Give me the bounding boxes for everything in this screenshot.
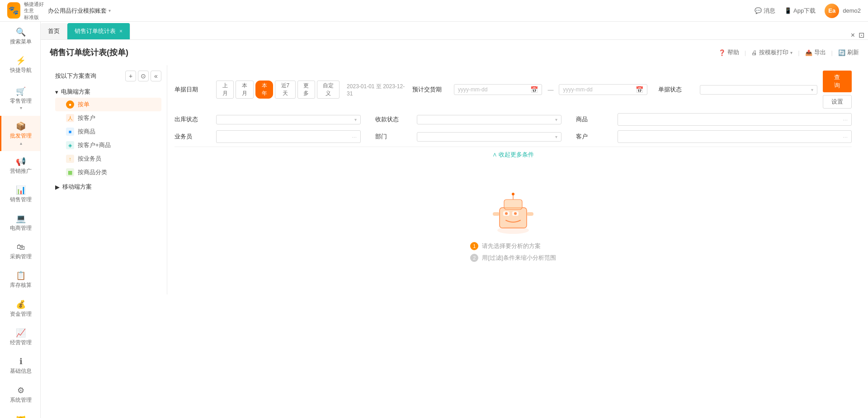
date-btn-this-year[interactable]: 本年 [255, 81, 273, 99]
staff-label: 业务员 [175, 133, 211, 141]
tree-child-category[interactable]: ▦ 按商品分类 [55, 166, 161, 179]
sidebar-item-purchase[interactable]: 🛍 采购管理 [0, 237, 40, 265]
calendar-start-icon: 📅 [527, 86, 542, 93]
expected-date-end-input[interactable]: 📅 [559, 84, 647, 95]
sidebar-item-wholesale[interactable]: 📦 批发管理 ▴ [0, 116, 40, 151]
sidebar-item-retail[interactable]: 🛒 零售管理 ▾ [0, 81, 40, 116]
query-button[interactable]: 查询 [823, 71, 852, 92]
lightning-icon: ⚡ [16, 56, 26, 66]
tab-close-button[interactable]: × [119, 28, 123, 34]
settings-button[interactable]: 设置 [823, 95, 852, 109]
basic-icon: ℹ [19, 356, 23, 366]
date-btn-7days[interactable]: 近7天 [275, 81, 295, 99]
sidebar-item-marketing[interactable]: 📢 营销推广 [0, 151, 40, 180]
tab-close-all-icon[interactable]: × [851, 31, 855, 39]
svg-point-5 [505, 212, 508, 215]
tree-child-product[interactable]: ■ 按商品 [55, 125, 161, 138]
svg-rect-9 [504, 200, 522, 209]
date-btn-more[interactable]: 更多 [297, 81, 315, 99]
status-select[interactable]: ▾ [700, 85, 817, 95]
refresh-button[interactable]: 🔄 刷新 [838, 48, 859, 57]
staff-input[interactable]: ··· [216, 130, 361, 143]
sidebar-item-ecommerce[interactable]: 💻 电商管理 [0, 208, 40, 237]
expected-date-end-field[interactable] [559, 85, 632, 95]
help-icon: ❓ [718, 49, 726, 56]
tree-child-customer[interactable]: 人 按客户 [55, 111, 161, 125]
tree-child-cust-prod[interactable]: ◈ 按客户+商品 [55, 138, 161, 152]
product-scheme-icon: ■ [66, 128, 74, 136]
content-split: 按以下方案查询 + ⊙ « ▾ 电脑端方案 [50, 65, 859, 294]
customer-input[interactable]: ··· [618, 130, 852, 143]
expected-date-start-input[interactable]: 📅 [454, 84, 542, 95]
empty-state: 1 请先选择要分析的方案 2 用[过滤]条件来缩小分析范围 [175, 162, 852, 289]
tip-num-1: 1 [470, 242, 478, 250]
date-btn-custom[interactable]: 自定义 [317, 81, 340, 99]
staff-scheme-icon: ↑ [66, 155, 74, 163]
collapse-bar[interactable]: ∧ 收起更多条件 [175, 147, 852, 162]
svg-rect-7 [493, 212, 500, 216]
sidebar-item-sales[interactable]: 📊 销售管理 [0, 180, 40, 208]
expected-date-label: 预计交货期 [412, 86, 448, 94]
tab-sales-order-stats[interactable]: 销售订单统计表 × [67, 23, 130, 39]
tree-desktop-section: ▾ 电脑端方案 ● 按单 人 按客户 [55, 86, 161, 179]
sidebar-item-management[interactable]: 📈 经营管理 [0, 323, 40, 351]
tree-desktop-parent[interactable]: ▾ 电脑端方案 [55, 86, 161, 98]
settings-scheme-button[interactable]: ⊙ [138, 71, 149, 81]
print-icon: 🖨 [751, 49, 757, 56]
page-title: 销售订单统计表(按单) [50, 47, 128, 58]
export-icon: 📤 [805, 49, 812, 56]
tab-actions: × ⊡ [847, 31, 868, 39]
user-area[interactable]: Ea demo2 [825, 4, 861, 18]
workspace-selector[interactable]: 办公用品行业模拟账套 ▾ [48, 7, 111, 15]
top-header: 🐾 畅捷通好生意 标准版 办公用品行业模拟账套 ▾ 💬 消息 📱 App下载 E… [0, 0, 868, 22]
customer-scheme-icon: 人 [66, 114, 74, 122]
customer-label: 客户 [576, 133, 612, 141]
date-range-text: 2023-01-01 至 2023-12-31 [347, 83, 407, 97]
sidebar-item-finance[interactable]: 💰 资金管理 [0, 294, 40, 323]
collapse-panel-button[interactable]: « [151, 71, 161, 81]
date-btn-last-month[interactable]: 上月 [216, 81, 234, 99]
filter-row-3: 业务员 ··· 部门 ▾ 客户 [175, 130, 852, 143]
query-btn-group: 查询 设置 [823, 71, 852, 109]
tree-chevron-icon: ▾ [55, 89, 58, 95]
print-button[interactable]: 🖨 按模板打印 ▾ [751, 48, 793, 57]
add-scheme-button[interactable]: + [125, 71, 136, 81]
empty-tip-2: 2 用[过滤]条件来缩小分析范围 [470, 254, 556, 262]
svg-rect-8 [527, 212, 533, 216]
tab-restore-icon[interactable]: ⊡ [859, 31, 864, 39]
empty-tips: 1 请先选择要分析的方案 2 用[过滤]条件来缩小分析范围 [470, 242, 556, 262]
help-button[interactable]: ❓ 帮助 [718, 48, 739, 57]
dept-select[interactable]: ▾ [417, 132, 561, 142]
tab-home[interactable]: 首页 [41, 23, 67, 39]
workspace-chevron-icon: ▾ [108, 8, 111, 13]
expand-icon: ▾ [20, 105, 22, 110]
date-btn-this-month[interactable]: 本月 [236, 81, 253, 99]
sidebar-item-inventory[interactable]: 📋 库存核算 [0, 265, 40, 294]
customer-ellipsis[interactable]: ··· [843, 133, 848, 140]
delivery-select[interactable]: ▾ [216, 115, 361, 124]
sidebar-item-search[interactable]: 🔍 搜索菜单 [0, 22, 40, 50]
sidebar-item-basic[interactable]: ℹ 基础信息 [0, 351, 40, 380]
content-area: 首页 销售订单统计表 × × ⊡ 销售订单统计表(按单) ❓ [41, 22, 868, 418]
message-button[interactable]: 💬 消息 [755, 7, 775, 15]
sidebar-item-quick-nav[interactable]: ⚡ 快捷导航 [0, 50, 40, 79]
system-icon: ⚙ [17, 385, 24, 395]
download-button[interactable]: 📱 App下载 [784, 7, 816, 15]
finance-icon: 💰 [16, 299, 26, 309]
right-panel: 单据日期 上月 本月 本年 近7天 更多 自定义 2023-01-01 至 20… [167, 65, 859, 294]
payment-select[interactable]: ▾ [417, 115, 561, 124]
staff-ellipsis[interactable]: ··· [352, 133, 357, 140]
sidebar-item-system[interactable]: ⚙ 系统管理 [0, 380, 40, 408]
export-button[interactable]: 📤 导出 [805, 48, 826, 57]
expected-date-start-field[interactable] [454, 85, 527, 95]
tree-child-staff[interactable]: ↑ 按业务员 [55, 152, 161, 166]
calendar-end-icon: 📅 [632, 86, 647, 93]
tree-mobile-parent[interactable]: ▶ 移动端方案 [55, 181, 161, 193]
goods-input[interactable]: ··· [618, 113, 852, 126]
goods-ellipsis[interactable]: ··· [843, 116, 848, 123]
sidebar-item-collab[interactable]: 🤝 企业协同 [0, 408, 40, 418]
tree-child-order[interactable]: ● 按单 [55, 98, 161, 111]
delivery-chevron-icon: ▾ [354, 117, 357, 122]
filter-row-2: 出库状态 ▾ 收款状态 ▾ 商品 [175, 113, 852, 126]
dept-label: 部门 [375, 133, 411, 141]
